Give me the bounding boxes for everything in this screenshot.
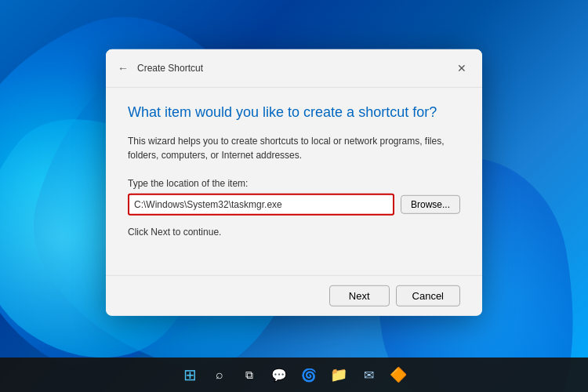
- teams-icon[interactable]: 💬: [267, 362, 292, 387]
- dialog-titlebar: ← Create Shortcut ✕: [106, 49, 482, 88]
- dialog-title: Create Shortcut: [137, 63, 445, 74]
- dialog-heading: What item would you like to create a sho…: [128, 103, 460, 122]
- taskview-icon[interactable]: ⧉: [237, 362, 262, 387]
- outlook-icon[interactable]: 🔶: [386, 362, 411, 387]
- input-label: Type the location of the item:: [128, 178, 460, 189]
- search-icon[interactable]: ⌕: [207, 362, 232, 387]
- dialog-body: What item would you like to create a sho…: [106, 88, 482, 275]
- cancel-button[interactable]: Cancel: [396, 285, 460, 307]
- edge-icon[interactable]: 🌀: [296, 362, 321, 387]
- taskbar: ⊞ ⌕ ⧉ 💬 🌀 📁 ✉ 🔶: [0, 358, 588, 392]
- mail-icon[interactable]: ✉: [356, 362, 381, 387]
- dialog-footer: Next Cancel: [106, 275, 482, 316]
- explorer-icon[interactable]: 📁: [326, 362, 351, 387]
- browse-button[interactable]: Browse...: [401, 195, 460, 214]
- dialog-description: This wizard helps you to create shortcut…: [128, 134, 460, 162]
- location-input[interactable]: [128, 194, 394, 216]
- input-row: Browse...: [128, 194, 460, 216]
- next-button[interactable]: Next: [329, 285, 390, 307]
- hint-text: Click Next to continue.: [128, 227, 460, 238]
- create-shortcut-dialog: ← Create Shortcut ✕ What item would you …: [106, 49, 482, 316]
- close-button[interactable]: ✕: [451, 57, 473, 79]
- start-icon[interactable]: ⊞: [177, 362, 202, 387]
- back-button[interactable]: ←: [115, 60, 131, 76]
